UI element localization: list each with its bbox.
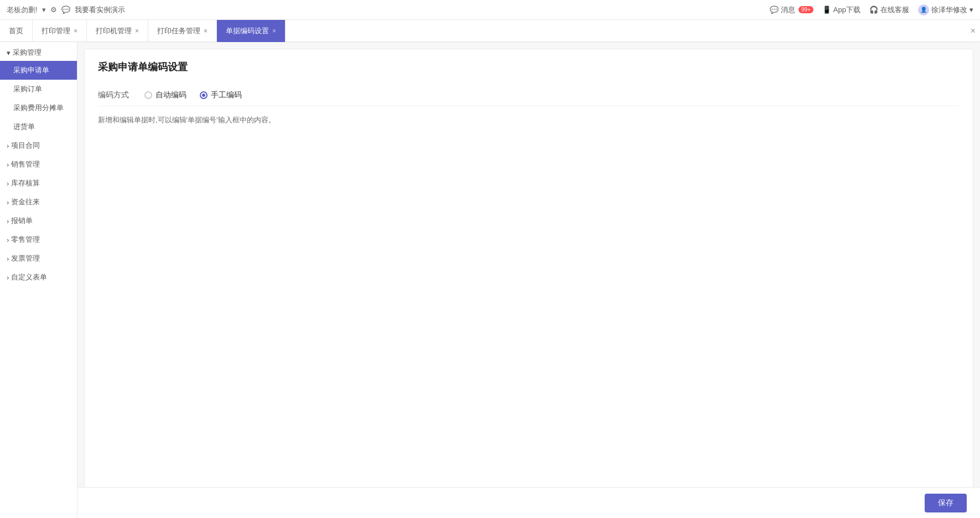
sidebar-group-invoice-label: 发票管理 (11, 253, 40, 263)
tab-bar-actions: × (286, 26, 980, 36)
close-all-btn[interactable]: × (971, 26, 976, 36)
content-area: 采购申请单编码设置 编码方式 自动编码 手工编码 新增和编辑单据时,可以编辑'单… (84, 49, 973, 511)
sidebar-group-funds[interactable]: › 资金往来 (0, 193, 77, 211)
chevron-right-icon: › (7, 236, 9, 244)
sidebar-group-purchase[interactable]: ▾ 采购管理 (0, 42, 77, 61)
sidebar-group-purchase-label: 采购管理 (13, 48, 42, 58)
chevron-right-icon: › (7, 198, 9, 206)
message-icon: 💬 (770, 6, 779, 14)
tab-home[interactable]: 首页 (0, 20, 33, 42)
sidebar-group-retail-label: 零售管理 (11, 235, 40, 245)
sidebar-group-inventory[interactable]: › 库存核算 (0, 174, 77, 193)
sidebar-group-custom-form[interactable]: › 自定义表单 (0, 268, 77, 287)
sidebar-group-returns-label: 报销单 (11, 216, 33, 226)
sidebar-group-project-contract[interactable]: › 项目合同 (0, 136, 77, 155)
sidebar-group-sales-mgmt[interactable]: › 销售管理 (0, 155, 77, 174)
auto-code-label: 自动编码 (155, 90, 186, 100)
message-label: 消息 (781, 5, 795, 15)
tab-doc-code-label: 单据编码设置 (226, 26, 269, 36)
sidebar-group-sales-label: 销售管理 (11, 159, 40, 169)
tab-print-mgmt-label: 打印管理 (42, 26, 70, 36)
sidebar-item-purchase-expense[interactable]: 采购费用分摊单 (0, 99, 77, 117)
top-bar: 老板勿删! ▾ ⚙ 💬 我要看实例演示 💬 消息 99+ 📱 App下载 🎧 在… (0, 0, 980, 20)
message-btn[interactable]: 💬 消息 99+ (770, 5, 813, 15)
tab-bar: 首页 打印管理 × 打印机管理 × 打印任务管理 × 单据编码设置 × × (0, 20, 980, 42)
sidebar-group-returns[interactable]: › 报销单 (0, 211, 77, 230)
chevron-right-icon: › (7, 217, 9, 225)
sidebar-group-inventory-label: 库存核算 (11, 178, 40, 188)
footer-bar: 保存 (77, 487, 980, 518)
message-badge: 99+ (798, 6, 813, 13)
chevron-right-icon: › (7, 273, 9, 282)
sidebar-group-funds-label: 资金往来 (11, 197, 40, 207)
main-layout: ▾ 采购管理 采购申请单 采购订单 采购费用分摊单 进货单 › 项目合同 › 销… (0, 42, 980, 518)
sidebar-item-purchase-order[interactable]: 采购订单 (0, 80, 77, 99)
user-chevron-icon: ▾ (969, 6, 973, 14)
tab-doc-code[interactable]: 单据编码设置 × (217, 20, 286, 42)
chevron-right-icon: › (7, 255, 9, 263)
sidebar-group-custom-form-label: 自定义表单 (11, 272, 47, 282)
tab-home-label: 首页 (9, 26, 23, 36)
sidebar-group-invoice[interactable]: › 发票管理 (0, 249, 77, 268)
page-title: 采购申请单编码设置 (98, 60, 960, 74)
avatar-icon: 👤 (918, 4, 929, 15)
sidebar: ▾ 采购管理 采购申请单 采购订单 采购费用分摊单 进货单 › 项目合同 › 销… (0, 42, 77, 518)
code-method-label: 编码方式 (98, 90, 131, 100)
manual-code-option[interactable]: 手工编码 (200, 90, 242, 100)
top-bar-right: 💬 消息 99+ 📱 App下载 🎧 在线客服 👤 徐泽华修改 ▾ (770, 4, 973, 15)
sidebar-group-retail[interactable]: › 零售管理 (0, 230, 77, 249)
chevron-down-icon[interactable]: ▾ (42, 6, 46, 14)
sidebar-item-inbound[interactable]: 进货单 (0, 117, 77, 136)
sidebar-item-purchase-request-label: 采购申请单 (13, 66, 49, 74)
auto-code-option[interactable]: 自动编码 (144, 90, 186, 100)
online-service-btn[interactable]: 🎧 在线客服 (869, 5, 909, 15)
top-bar-left: 老板勿删! ▾ ⚙ 💬 我要看实例演示 (7, 5, 125, 15)
save-button[interactable]: 保存 (925, 494, 967, 512)
manual-code-label: 手工编码 (211, 90, 242, 100)
brand-text: 老板勿删! (7, 5, 38, 15)
chevron-right-icon: › (7, 160, 9, 169)
tab-print-task[interactable]: 打印任务管理 × (148, 20, 217, 42)
demo-link-icon: 💬 (61, 6, 70, 14)
user-profile-btn[interactable]: 👤 徐泽华修改 ▾ (918, 4, 973, 15)
sidebar-item-purchase-order-label: 采购订单 (13, 85, 42, 93)
code-method-row: 编码方式 自动编码 手工编码 (98, 85, 960, 106)
tab-print-mgmt-close[interactable]: × (74, 27, 77, 35)
tab-printer-mgmt-label: 打印机管理 (96, 26, 132, 36)
online-service-label: 在线客服 (880, 5, 909, 15)
sidebar-item-purchase-request[interactable]: 采购申请单 (0, 61, 77, 80)
app-download-btn[interactable]: 📱 App下载 (822, 5, 860, 15)
tab-printer-mgmt[interactable]: 打印机管理 × (87, 20, 148, 42)
auto-code-radio[interactable] (144, 91, 152, 99)
tab-print-task-close[interactable]: × (204, 27, 208, 35)
tab-print-mgmt[interactable]: 打印管理 × (33, 20, 87, 42)
app-download-label: App下载 (833, 5, 860, 15)
sidebar-item-purchase-expense-label: 采购费用分摊单 (13, 103, 64, 112)
user-name: 徐泽华修改 (931, 5, 967, 15)
tab-printer-mgmt-close[interactable]: × (135, 27, 139, 35)
gear-icon[interactable]: ⚙ (50, 6, 57, 14)
sidebar-item-inbound-label: 进货单 (13, 122, 35, 131)
manual-code-radio[interactable] (200, 91, 208, 99)
app-icon: 📱 (822, 6, 831, 14)
tab-print-task-label: 打印任务管理 (157, 26, 200, 36)
chevron-right-icon: › (7, 142, 9, 150)
demo-link[interactable]: 我要看实例演示 (75, 5, 125, 15)
desc-text: 新增和编辑单据时,可以编辑'单据编号'输入框中的内容。 (98, 115, 960, 125)
main-content-wrapper: 采购申请单编码设置 编码方式 自动编码 手工编码 新增和编辑单据时,可以编辑'单… (77, 42, 980, 518)
sidebar-group-project-label: 项目合同 (11, 141, 40, 151)
tab-doc-code-close[interactable]: × (272, 27, 276, 35)
chevron-right-icon: › (7, 179, 9, 188)
headset-icon: 🎧 (869, 6, 878, 14)
chevron-down-icon: ▾ (7, 49, 11, 57)
